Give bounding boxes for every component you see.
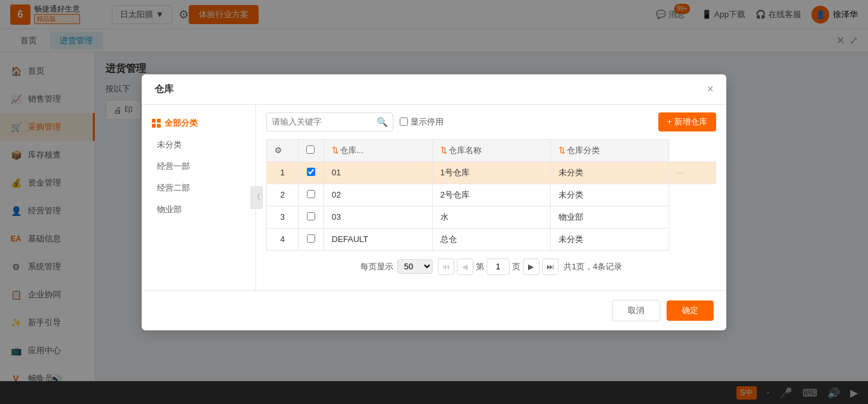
td-actions[interactable]: ··· [668,161,715,184]
td-name-0: 1号仓库 [432,161,550,184]
select-all-checkbox[interactable] [306,145,315,154]
modal-title: 仓库 [154,83,173,95]
td-num-2: 3 [267,206,299,228]
row-checkbox-0[interactable] [307,168,315,176]
td-checkbox-1 [299,184,324,206]
show-disabled-label[interactable]: 显示停用 [400,116,444,128]
td-name-1: 2号仓库 [432,184,550,206]
td-category-3: 未分类 [550,228,668,250]
row-checkbox-3[interactable] [307,234,315,243]
page-nav: ⏮ ◀ 第 页 ▶ ⏭ [438,259,559,275]
td-category-2: 物业部 [550,206,668,228]
show-disabled-text: 显示停用 [410,116,444,128]
modal-overlay: 仓库 × 全部分类 未分类 经营一部 经营二部 物业部 《 [0,0,868,404]
td-code-1: 02 [324,184,433,206]
cat-collapse-btn[interactable]: 《 [250,186,263,209]
warehouse-modal: 仓库 × 全部分类 未分类 经营一部 经营二部 物业部 《 [142,74,726,330]
table-body: 1 01 1号仓库 未分类··· 2 02 2号仓库 未分类 3 03 水 物业… [267,161,716,250]
th-category: ⇅仓库分类 [550,139,668,161]
modal-close-btn[interactable]: × [707,83,714,95]
sort-name-icon: ⇅ [440,145,447,155]
table-area: 🔍 显示停用 + 新增仓库 ⚙ [256,105,726,290]
modal-body: 全部分类 未分类 经营一部 经营二部 物业部 《 🔍 [142,105,726,290]
warehouse-table: ⚙ ⇅仓库... ⇅仓库名称 ⇅仓库分类 1 01 1号仓库 未分类··· 2 [266,139,716,251]
show-disabled-checkbox[interactable] [400,118,408,126]
total-info: 共1页，4条记录 [564,261,622,273]
sort-code-icon: ⇅ [332,145,339,155]
last-page-btn[interactable]: ⏭ [542,259,559,275]
grid-icon [152,119,161,128]
td-checkbox-0 [299,161,324,184]
next-page-btn[interactable]: ▶ [523,259,539,275]
modal-footer: 取消 确定 [142,290,726,330]
modal-header: 仓库 × [142,74,726,105]
search-input-wrap: 🔍 [266,112,393,131]
add-warehouse-btn[interactable]: + 新增仓库 [658,112,716,131]
td-checkbox-2 [299,206,324,228]
td-category-1: 未分类 [550,184,668,206]
search-input[interactable] [272,117,373,126]
page-size-label: 每页显示 [360,261,393,273]
td-code-0: 01 [324,161,433,184]
confirm-btn[interactable]: 确定 [667,300,714,321]
pagination: 每页显示 50 10 20 100 ⏮ ◀ 第 页 [266,251,716,283]
table-row[interactable]: 4 DEFAULT 总仓 未分类 [267,228,716,250]
table-header-row: ⚙ ⇅仓库... ⇅仓库名称 ⇅仓库分类 [267,139,716,161]
cat-item-property[interactable]: 物业部 [142,199,255,220]
table-container: ⚙ ⇅仓库... ⇅仓库名称 ⇅仓库分类 1 01 1号仓库 未分类··· 2 [266,139,716,251]
page-suffix: 页 [512,261,520,273]
page-size-select: 每页显示 50 10 20 100 [360,259,433,274]
search-icon[interactable]: 🔍 [377,117,388,127]
table-toolbar: 🔍 显示停用 + 新增仓库 [266,112,716,131]
cancel-btn[interactable]: 取消 [612,300,660,321]
td-num-3: 4 [267,228,299,250]
td-checkbox-3 [299,228,324,250]
th-name: ⇅仓库名称 [432,139,550,161]
page-number-input[interactable] [487,259,510,275]
cat-item-unclassified[interactable]: 未分类 [142,134,255,156]
td-category-0: 未分类 [550,161,668,184]
sort-cat-icon: ⇅ [559,145,566,155]
td-name-2: 水 [432,206,550,228]
first-page-btn[interactable]: ⏮ [438,259,454,275]
page-label: 第 [476,261,484,273]
th-code: ⇅仓库... [324,139,433,161]
table-row[interactable]: 3 03 水 物业部 [267,206,716,228]
table-row[interactable]: 1 01 1号仓库 未分类··· [267,161,716,184]
td-code-2: 03 [324,206,433,228]
prev-page-btn[interactable]: ◀ [457,259,473,275]
td-num-0: 1 [267,161,299,184]
all-categories-label: 全部分类 [165,118,198,129]
table-row[interactable]: 2 02 2号仓库 未分类 [267,184,716,206]
row-checkbox-2[interactable] [307,212,315,220]
cat-item-dept2[interactable]: 经营二部 [142,177,255,199]
td-code-3: DEFAULT [324,228,433,250]
td-name-3: 总仓 [432,228,550,250]
category-sidebar: 全部分类 未分类 经营一部 经营二部 物业部 《 [142,105,256,290]
row-checkbox-1[interactable] [307,190,315,198]
th-gear: ⚙ [267,139,299,161]
cat-item-dept1[interactable]: 经营一部 [142,156,255,177]
all-categories-btn[interactable]: 全部分类 [142,112,255,134]
page-size-dropdown[interactable]: 50 10 20 100 [397,259,433,274]
td-num-1: 2 [267,184,299,206]
th-checkbox [299,139,324,161]
